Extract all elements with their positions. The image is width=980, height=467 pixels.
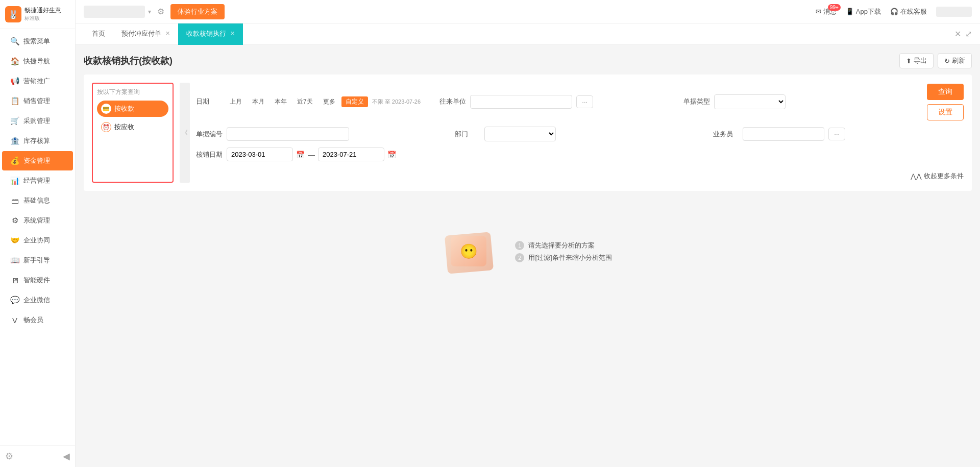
sidebar-item-member[interactable]: V 畅会员 xyxy=(2,310,73,330)
verify-date-end-input[interactable] xyxy=(318,148,384,161)
empty-hints: 1 请先选择要分析的方案 2 用[过滤]条件来缩小分析范围 xyxy=(515,241,611,265)
close-window-icon[interactable]: ✕ xyxy=(954,29,961,39)
filter-option-by-receivable[interactable]: ⏰ 按应收 xyxy=(97,119,168,135)
search-btn[interactable]: 查询 xyxy=(927,84,964,100)
filter-row-2: 单据编号 部门 业务员 ··· xyxy=(196,127,964,141)
settings-icon[interactable]: ⚙ xyxy=(157,7,164,16)
date-hint: 不限 至 2023-07-26 xyxy=(372,98,421,106)
tab-receipt[interactable]: 收款核销执行 ✕ xyxy=(178,23,243,45)
chevron-down-icon[interactable]: ▾ xyxy=(148,8,151,15)
date-tab-custom[interactable]: 自定义 xyxy=(341,96,368,107)
sidebar-bottom: ⚙ ◀ xyxy=(0,445,75,467)
tab-label: 预付冲应付单 xyxy=(121,29,161,38)
collapse-more-btn[interactable]: ⋀⋀ 收起更多条件 xyxy=(196,169,964,183)
service-label: 在线客服 xyxy=(900,7,927,16)
sidebar-item-hardware[interactable]: 🖥 智能硬件 xyxy=(2,271,73,290)
filter-row-1: 日期 上月 本月 本年 近7天 更多 自定义 不限 至 2023-07-26 xyxy=(196,83,964,120)
industry-btn[interactable]: 体验行业方案 xyxy=(170,4,225,19)
close-tab-prepay-icon[interactable]: ✕ xyxy=(165,30,170,37)
filter-option-by-receipt[interactable]: 💳 按收款 xyxy=(97,101,168,117)
member-icon: V xyxy=(10,316,19,325)
sidebar-item-sales[interactable]: 📋 销售管理 xyxy=(2,91,73,111)
tabbar: 首页 预付冲应付单 ✕ 收款核销执行 ✕ ✕ ⤢ xyxy=(76,23,980,45)
dept-select[interactable] xyxy=(484,127,556,141)
service-icon: 🎧 xyxy=(890,8,898,15)
sidebar-item-nav[interactable]: 🏠 快捷导航 xyxy=(2,52,73,71)
business-more-btn[interactable]: ··· xyxy=(828,128,845,140)
message-icon: ✉ xyxy=(816,8,821,15)
sidebar-nav: 🔍 搜索菜单 🏠 快捷导航 📢 营销推广 📋 销售管理 🛒 采购管理 🏦 库存核… xyxy=(0,29,75,445)
basic-icon: 🗃 xyxy=(10,196,19,205)
collapse-sidebar-icon[interactable]: ◀ xyxy=(63,451,70,462)
collapse-panel-btn[interactable]: 《 xyxy=(180,83,190,183)
header-actions: ⬆ 导出 ↻ 刷新 xyxy=(899,53,972,68)
sidebar-item-management[interactable]: 📊 经营管理 xyxy=(2,171,73,190)
logo-text-block: 畅捷通好生意 标准版 xyxy=(24,7,61,22)
refresh-btn[interactable]: ↻ 刷新 xyxy=(938,53,972,68)
sidebar-item-system[interactable]: ⚙ 系统管理 xyxy=(2,211,73,230)
expand-icon[interactable]: ⤢ xyxy=(965,29,972,39)
app-download-btn[interactable]: 📱 App下载 xyxy=(846,7,881,16)
message-btn[interactable]: ✉ 消息 99+ xyxy=(816,7,837,16)
service-btn[interactable]: 🎧 在线客服 xyxy=(890,7,927,16)
inventory-icon: 🏦 xyxy=(10,136,19,145)
voucher-no-input[interactable] xyxy=(227,127,349,141)
calendar-start-icon[interactable]: 📅 xyxy=(296,151,305,159)
filter-option-label: 按应收 xyxy=(114,122,134,132)
close-tab-receipt-icon[interactable]: ✕ xyxy=(230,30,235,37)
sidebar-item-label: 经营管理 xyxy=(23,176,50,185)
verify-date-start-input[interactable] xyxy=(227,148,293,161)
verify-date-field: 核销日期 📅 — 📅 xyxy=(196,148,964,161)
date-tabs-group: 上月 本月 本年 近7天 更多 自定义 不限 至 2023-07-26 xyxy=(226,96,421,107)
app-label: App下载 xyxy=(856,7,881,16)
sidebar-item-label: 销售管理 xyxy=(23,96,50,106)
verify-date-label: 核销日期 xyxy=(196,150,223,159)
date-tab-this-month[interactable]: 本月 xyxy=(248,96,268,107)
tab-home[interactable]: 首页 xyxy=(84,23,113,45)
sidebar-item-label: 畅会员 xyxy=(23,315,43,325)
logo-name: 畅捷通好生意 xyxy=(24,7,61,15)
user-info xyxy=(936,7,972,17)
sidebar-item-marketing[interactable]: 📢 营销推广 xyxy=(2,71,73,91)
tab-label: 首页 xyxy=(92,29,105,38)
chevron-up-icon: ⋀⋀ xyxy=(911,173,922,180)
sidebar-item-inventory[interactable]: 🏦 库存核算 xyxy=(2,131,73,151)
sidebar-item-label: 企业微信 xyxy=(23,296,50,305)
hardware-icon: 🖥 xyxy=(10,276,19,285)
counterparty-more-btn[interactable]: ··· xyxy=(576,95,593,108)
date-tab-more[interactable]: 更多 xyxy=(319,96,339,107)
tab-prepay[interactable]: 预付冲应付单 ✕ xyxy=(113,23,178,45)
filter-row-3: 核销日期 📅 — 📅 xyxy=(196,148,964,161)
date-tab-this-year[interactable]: 本年 xyxy=(271,96,291,107)
date-tab-7days[interactable]: 近7天 xyxy=(293,96,317,107)
message-badge: 99+ xyxy=(828,4,841,11)
purchase-icon: 🛒 xyxy=(10,116,19,126)
date-tab-last-month[interactable]: 上月 xyxy=(226,96,246,107)
sidebar-item-collab[interactable]: 🤝 企业协同 xyxy=(2,231,73,250)
search-icon: 🔍 xyxy=(10,37,19,46)
marketing-icon: 📢 xyxy=(10,77,19,86)
empty-hint-2: 2 用[过滤]条件来缩小分析范围 xyxy=(515,253,611,262)
sidebar-item-label: 基础信息 xyxy=(23,196,50,205)
finance-icon: 💰 xyxy=(10,156,19,165)
sidebar-item-purchase[interactable]: 🛒 采购管理 xyxy=(2,111,73,131)
filter-option-label: 按收款 xyxy=(114,104,134,113)
business-input[interactable] xyxy=(743,127,824,141)
calendar-end-icon[interactable]: 📅 xyxy=(387,151,396,159)
sidebar: 🐰 畅捷通好生意 标准版 🔍 搜索菜单 🏠 快捷导航 📢 营销推广 📋 销售管理… xyxy=(0,0,76,467)
collab-icon: 🤝 xyxy=(10,236,19,245)
sidebar-item-finance[interactable]: 💰 资金管理 xyxy=(2,151,73,170)
setting-btn[interactable]: 设置 xyxy=(927,104,964,120)
sidebar-item-search[interactable]: 🔍 搜索菜单 xyxy=(2,32,73,51)
voucher-type-select[interactable] xyxy=(714,94,786,109)
settings-bottom-icon[interactable]: ⚙ xyxy=(5,451,13,462)
sidebar-item-basic[interactable]: 🗃 基础信息 xyxy=(2,191,73,210)
business-field: 业务员 ··· xyxy=(713,127,964,141)
counterparty-input[interactable] xyxy=(470,95,572,109)
home-icon: 🏠 xyxy=(10,57,19,66)
refresh-icon: ↻ xyxy=(944,57,950,65)
sidebar-item-guide[interactable]: 📖 新手引导 xyxy=(2,251,73,270)
voucher-type-field: 单据类型 xyxy=(683,94,919,109)
sidebar-item-wechat[interactable]: 💬 企业微信 xyxy=(2,290,73,310)
export-btn[interactable]: ⬆ 导出 xyxy=(899,53,934,68)
